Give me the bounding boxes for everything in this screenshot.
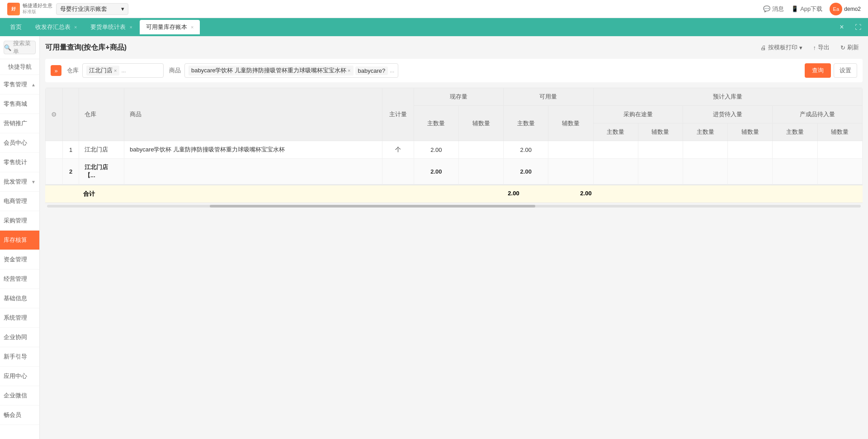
page-header: 可用量查询(按仓库+商品) 🖨 按模板打印 ▾ ↑ 导出 ↻ 刷新 [45, 42, 863, 53]
scrollbar-thumb [210, 205, 535, 208]
cell-num: 1 [63, 141, 79, 159]
table-row-group: 2 江北门店【... 2.00 2.00 [46, 159, 863, 184]
sidebar: 🔍 搜索菜单 快捷导航 零售管理 ▲ 零售商城 营销推广 会员中心 零售统计 批… [0, 36, 40, 439]
sidebar-item-marketing[interactable]: 营销推广 [0, 114, 39, 133]
refresh-button[interactable]: ↻ 刷新 [837, 42, 863, 53]
footer-available-aux [604, 190, 640, 198]
table-scrollbar[interactable] [45, 203, 863, 209]
search-icon: 🔍 [4, 44, 11, 51]
sidebar-item-purchase[interactable]: 采购管理 [0, 211, 39, 231]
sidebar-item-wholesale-mgmt[interactable]: 批发管理 ▼ [0, 172, 39, 192]
nav-expand-button[interactable]: ⛶ [852, 21, 864, 33]
cell-purchase-main [593, 141, 638, 159]
export-label: 导出 [818, 43, 830, 52]
col-available-main: 主数量 [504, 106, 548, 141]
footer-production-main [785, 190, 821, 198]
sidebar-item-ecommerce[interactable]: 电商管理 [0, 192, 39, 211]
refresh-icon: ↻ [840, 44, 845, 51]
page-title: 可用量查询(按仓库+商品) [45, 43, 127, 52]
sidebar-item-retail-stats[interactable]: 零售统计 [0, 153, 39, 172]
cell-purchase-main-2 [593, 159, 638, 184]
sidebar-item-enterprise-collab[interactable]: 企业协同 [0, 328, 39, 347]
sidebar-item-enterprise-wechat[interactable]: 企业微信 [0, 386, 39, 406]
cell-production-aux [817, 141, 862, 159]
col-stock-main: 主数量 [414, 106, 458, 141]
cell-product: babycare学饮杯 儿童防摔防撞吸管杯重力球吸嘴杯宝宝水杯 [124, 141, 382, 159]
cell-gear [46, 141, 63, 159]
sidebar-item-vip-member-label: 畅会员 [4, 411, 21, 419]
nav-close-button[interactable]: × [835, 21, 848, 33]
industry-selector[interactable]: 母婴行业演示账套 ▾ [56, 3, 128, 15]
sidebar-item-inventory-check[interactable]: 库存核算 [0, 231, 39, 250]
footer-available-main: 2.00 [568, 190, 604, 198]
warehouse-filter-input[interactable]: 江北门店 × ... [82, 63, 164, 78]
cell-stock-main: 2.00 [414, 141, 458, 159]
sidebar-item-vip-member[interactable]: 畅会员 [0, 406, 39, 425]
cell-product-2 [124, 159, 382, 184]
cell-warehouse: 江北门店 [79, 141, 124, 159]
warehouse-tag-1: 江北门店 × [86, 66, 119, 76]
top-bar-left: 好 畅捷通好生意 标准版 母婴行业演示账套 ▾ [7, 3, 128, 15]
table-footer: 合计 2.00 2.00 [45, 184, 863, 203]
tab-purchase-stats-close[interactable]: × [129, 24, 132, 30]
sidebar-item-operations[interactable]: 经营管理 [0, 269, 39, 289]
app-download-action[interactable]: 📱 App下载 [791, 5, 822, 13]
sidebar-item-app-center-label: 应用中心 [4, 372, 27, 380]
template-print-button[interactable]: 🖨 按模板打印 ▾ [757, 42, 806, 53]
product-tag-1: babycare学饮杯 儿童防摔防撞吸管杯重力球吸嘴杯宝宝水杯 × [189, 66, 354, 76]
sidebar-item-app-center[interactable]: 应用中心 [0, 367, 39, 386]
product-filter-input[interactable]: babycare学饮杯 儿童防摔防撞吸管杯重力球吸嘴杯宝宝水杯 × babyca… [184, 63, 398, 78]
nav-tabs-right: × ⛶ [835, 21, 864, 33]
sidebar-item-basic-info[interactable]: 基础信息 [0, 289, 39, 308]
message-label: 消息 [772, 5, 784, 13]
settings-button[interactable]: 设置 [834, 63, 857, 78]
top-bar: 好 畅捷通好生意 标准版 母婴行业演示账套 ▾ 💬 消息 📱 App下载 Ea … [0, 0, 868, 18]
cell-production-main [773, 141, 817, 159]
col-forecast-group: 预计入库量 [593, 88, 862, 106]
sidebar-item-system-label: 系统管理 [4, 314, 27, 322]
quick-nav-label: 快捷导航 [8, 63, 32, 70]
col-production-main: 主数量 [773, 123, 817, 141]
message-action[interactable]: 💬 消息 [763, 5, 784, 13]
logo-text-area: 畅捷通好生意 标准版 [23, 3, 52, 15]
product-filter-more[interactable]: ... [390, 67, 394, 74]
tab-receive-send[interactable]: 收发存汇总表 × [29, 20, 83, 34]
sidebar-item-retail-mall[interactable]: 零售商城 [0, 94, 39, 114]
tab-home[interactable]: 首页 [4, 20, 28, 34]
warehouse-tag-1-remove[interactable]: × [114, 68, 117, 73]
table-row: 1 江北门店 babycare学饮杯 儿童防摔防撞吸管杯重力球吸嘴杯宝宝水杯 个… [46, 141, 863, 159]
product-filter-label: 商品 [169, 66, 181, 75]
cell-main-unit-2 [382, 159, 414, 184]
sidebar-item-new-guide[interactable]: 新手引导 [0, 347, 39, 367]
export-button[interactable]: ↑ 导出 [810, 42, 834, 53]
sidebar-item-member-center[interactable]: 会员中心 [0, 133, 39, 153]
table-container: ⚙ 仓库 商品 主计量 现存量 可用量 预计入库量 主数量 辅数量 主数量 [45, 88, 863, 209]
sidebar-item-finance[interactable]: 资金管理 [0, 250, 39, 269]
footer-warehouse-col: 合计 [83, 190, 128, 198]
sidebar-item-purchase-label: 采购管理 [4, 217, 27, 225]
sidebar-item-retail-mgmt[interactable]: 零售管理 ▲ [0, 75, 39, 94]
search-menu-button[interactable]: 🔍 搜索菜单 [4, 41, 36, 54]
main-layout: 🔍 搜索菜单 快捷导航 零售管理 ▲ 零售商城 营销推广 会员中心 零售统计 批… [0, 36, 868, 439]
quick-nav-button[interactable]: 快捷导航 [0, 59, 39, 75]
logo-text: 畅捷通好生意 [23, 3, 52, 9]
gear-icon[interactable]: ⚙ [51, 111, 57, 118]
avatar: Ea [830, 3, 842, 15]
sidebar-item-system[interactable]: 系统管理 [0, 308, 39, 328]
col-production-aux: 辅数量 [817, 123, 862, 141]
cell-production-main-2 [773, 159, 817, 184]
filter-actions: 查询 设置 [805, 63, 857, 78]
footer-stock-main: 2.00 [495, 190, 532, 198]
query-button[interactable]: 查询 [805, 63, 831, 78]
warehouse-filter-more[interactable]: ... [121, 67, 126, 74]
tab-purchase-stats[interactable]: 要货单统计表 × [84, 20, 138, 34]
tab-available-inventory-close[interactable]: × [191, 24, 193, 30]
user-area[interactable]: Ea demo2 [830, 3, 861, 15]
product-tag-1-remove[interactable]: × [348, 68, 350, 73]
col-num [63, 88, 79, 141]
tab-available-inventory[interactable]: 可用量库存账本 × [140, 20, 200, 34]
logo-subtitle: 标准版 [23, 9, 52, 15]
filter-expand-button[interactable]: » [51, 65, 61, 76]
sidebar-item-wholesale-mgmt-label: 批发管理 [4, 178, 27, 186]
tab-receive-send-close[interactable]: × [74, 24, 77, 30]
